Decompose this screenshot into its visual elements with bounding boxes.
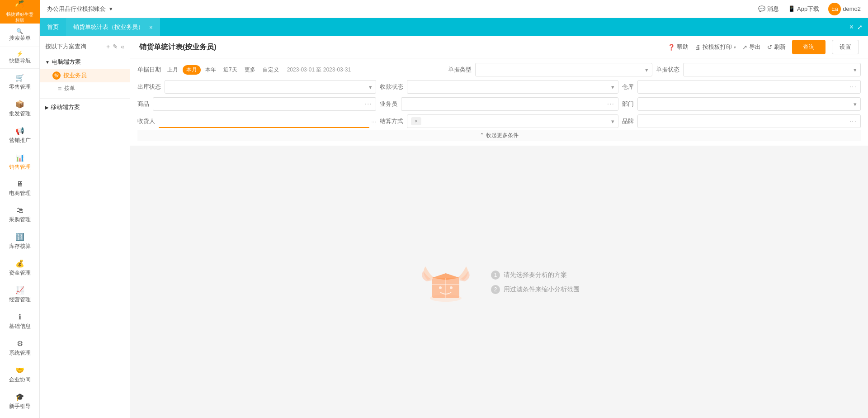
page-title: 销货单统计表(按业务员)	[139, 43, 217, 52]
date-tab-prev-month[interactable]: 上月	[165, 65, 181, 75]
date-tab-more[interactable]: 更多	[242, 65, 258, 75]
left-panel-title: 按以下方案查询	[45, 43, 86, 51]
sidebar-item-newbie[interactable]: 🎓 新手引导	[0, 388, 39, 415]
filter-receiver: 收货人 ···	[137, 114, 380, 128]
date-tab-this-year[interactable]: 本年	[203, 65, 219, 75]
tree-child-by-salesperson[interactable]: 按 按业务员	[40, 69, 130, 82]
sidebar-item-inventory[interactable]: 🔢 库存核算	[0, 228, 39, 255]
operation-icon: 📈	[15, 286, 24, 294]
marketing-label: 营销推广	[9, 137, 31, 144]
tab-maximize[interactable]: ⤢	[857, 24, 863, 31]
svg-point-6	[450, 286, 453, 289]
sidebar-item-retail[interactable]: 🛒 零售管理	[0, 69, 39, 95]
doc-type-select[interactable]: ▾	[475, 63, 653, 76]
sidebar-item-finance[interactable]: 💰 资金管理	[0, 255, 39, 281]
message-button[interactable]: 💬 消息	[758, 5, 779, 13]
search-label: 搜索菜单	[0, 34, 39, 42]
tag-close[interactable]: ×	[415, 118, 418, 124]
date-tab-this-month[interactable]: 本月	[183, 65, 201, 75]
brand-select[interactable]: ···	[637, 114, 861, 128]
filter-doc-type: 单据类型 ▾	[448, 63, 656, 76]
salesperson-dots: ···	[607, 100, 614, 108]
user-menu[interactable]: Ea demo2	[828, 3, 861, 15]
sidebar-item-system[interactable]: ⚙ 系统管理	[0, 335, 39, 361]
tree-parent-mobile[interactable]: ▶ 移动端方案	[40, 100, 130, 114]
content-area: 按以下方案查询 + ✎ « ▼ 电脑端方案 按 按业务员 ≡ 按单	[40, 36, 868, 418]
finance-icon: 💰	[15, 259, 24, 268]
collapse-icon: ⌃	[480, 132, 484, 138]
newbie-label: 新手引导	[9, 403, 31, 410]
warehouse-select[interactable]: ···	[637, 80, 861, 94]
tab-home[interactable]: 首页	[40, 18, 66, 36]
sidebar-item-enterprise[interactable]: 🤝 企业协同	[0, 361, 39, 388]
tab-active[interactable]: 销货单统计表（按业务员） ×	[66, 18, 160, 36]
tree-mobile-label: 移动端方案	[51, 103, 80, 111]
sidebar-item-basic[interactable]: ℹ 基础信息	[0, 308, 39, 335]
sidebar-quicknav[interactable]: ⚡ 快捷导航	[0, 47, 39, 69]
out-status-select[interactable]: ▾	[165, 80, 376, 94]
help-label: 帮助	[677, 43, 689, 51]
purchase-icon: 🛍	[16, 206, 24, 214]
settings-button[interactable]: 设置	[832, 40, 859, 54]
date-tab-custom[interactable]: 自定义	[260, 65, 282, 75]
date-tab-7days[interactable]: 近7天	[221, 65, 240, 75]
export-button[interactable]: ↗ 导出	[742, 43, 761, 51]
dept-select[interactable]: ▾	[637, 97, 861, 111]
tree-parent-pc[interactable]: ▼ 电脑端方案	[40, 55, 130, 69]
tab-close-window[interactable]: ×	[849, 23, 854, 31]
tab-close-icon[interactable]: ×	[149, 24, 153, 31]
enterprise-label: 企业协同	[9, 376, 31, 384]
sidebar-item-operation[interactable]: 📈 经营管理	[0, 281, 39, 308]
filter-date: 单据日期 上月 本月 本年 近7天 更多 自定义 2023-03-01 至 20…	[137, 65, 448, 75]
filter-doc-status: 单据状态 ▾	[656, 63, 861, 76]
sidebar-item-sales[interactable]: 📊 销售管理	[0, 149, 39, 176]
retail-label: 零售管理	[9, 83, 31, 91]
tree-mobile-arrow: ▶	[45, 105, 49, 110]
message-icon: 💬	[758, 5, 765, 12]
sidebar-search[interactable]: 🔍 搜索菜单	[0, 24, 39, 47]
finance-label: 资金管理	[9, 269, 31, 277]
filter-dept: 部门 ▾	[622, 97, 861, 111]
pay-status-select[interactable]: ▾	[407, 80, 618, 94]
settlement-select[interactable]: × ▾	[407, 114, 618, 128]
inventory-label: 库存核算	[9, 242, 31, 250]
help-button[interactable]: ❓ 帮助	[668, 43, 689, 51]
goods-select[interactable]: ···	[153, 97, 376, 111]
app-logo[interactable]: 🍊 畅捷通好生意 标版	[0, 0, 40, 24]
ecommerce-icon: 🖥	[16, 180, 24, 188]
sidebar-item-wholesale[interactable]: 📦 批发管理	[0, 95, 39, 122]
collapse-panel-button[interactable]: «	[121, 43, 124, 50]
tab-home-label: 首页	[47, 23, 59, 31]
settlement-arrow: ▾	[611, 118, 614, 125]
left-panel-header: 按以下方案查询 + ✎ «	[40, 40, 130, 53]
ecommerce-label: 电商管理	[9, 190, 31, 197]
template-print-button[interactable]: 🖨 按模板打印 ▾	[695, 43, 736, 51]
tree-grandchild-by-order[interactable]: ≡ 按单	[40, 82, 130, 95]
sidebar-item-marketing[interactable]: 📢 营销推广	[0, 122, 39, 149]
collapse-label: 收起更多条件	[486, 132, 519, 138]
edit-scheme-button[interactable]: ✎	[113, 43, 118, 50]
pay-status-arrow: ▾	[611, 84, 614, 90]
print-arrow: ▾	[734, 45, 736, 50]
collapse-button[interactable]: ⌃ 收起更多条件	[137, 130, 861, 141]
doc-status-select[interactable]: ▾	[683, 63, 861, 76]
doc-status-arrow: ▾	[854, 66, 857, 73]
quicknav-label: 快捷导航	[0, 57, 39, 65]
receiver-input[interactable]	[159, 114, 369, 128]
left-panel-actions: + ✎ «	[106, 43, 124, 50]
salesperson-select[interactable]: ···	[401, 97, 618, 111]
query-button[interactable]: 查询	[792, 40, 826, 54]
sidebar-item-ecommerce[interactable]: 🖥 电商管理	[0, 176, 39, 202]
receiver-label: 收货人	[137, 117, 155, 125]
dept-label: 部门	[622, 100, 634, 108]
app-download-button[interactable]: 📱 App下载	[788, 5, 819, 13]
add-scheme-button[interactable]: +	[106, 43, 110, 50]
filter-salesperson: 业务员 ···	[380, 97, 622, 111]
search-icon: 🔍	[0, 28, 39, 34]
help-icon: ❓	[668, 44, 675, 51]
sidebar-item-apps[interactable]: 🔲 应用中心	[0, 415, 39, 418]
sidebar-item-purchase[interactable]: 🛍 采购管理	[0, 202, 39, 228]
pay-status-label: 收款状态	[380, 83, 403, 91]
out-status-arrow: ▾	[369, 84, 372, 90]
refresh-button[interactable]: ↺ 刷新	[767, 43, 786, 51]
